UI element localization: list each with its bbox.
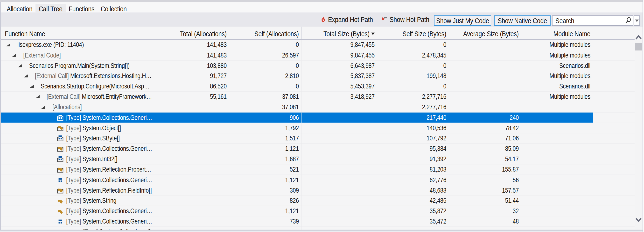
cell-total-allocations[interactable]: [157, 154, 229, 164]
cell-total-size[interactable]: [302, 144, 377, 154]
call-tree-row[interactable]: Scenarios.Program.Main(System.String[])1…: [0, 61, 634, 71]
cell-self-allocations[interactable]: 37,081: [229, 102, 302, 112]
column-header-module-name[interactable]: Module Name: [522, 27, 593, 39]
cell-function-name[interactable]: [Type] System.Collections.Generi…: [0, 175, 157, 185]
cell-average-size[interactable]: 78.42: [449, 123, 522, 133]
cell-average-size[interactable]: [449, 50, 522, 61]
cell-self-size[interactable]: 2,478,345: [377, 50, 449, 61]
cell-total-size[interactable]: 5,453,397: [302, 81, 377, 92]
cell-average-size[interactable]: [449, 40, 522, 50]
scroll-thumb[interactable]: [635, 43, 642, 51]
cell-module-name[interactable]: [522, 112, 593, 123]
cell-function-name[interactable]: [Type] System.Reflection.Propert…: [0, 164, 157, 175]
cell-self-size[interactable]: 0: [377, 81, 449, 92]
scroll-down-arrow-icon[interactable]: [635, 217, 642, 222]
cell-average-size[interactable]: [449, 81, 522, 92]
cell-total-allocations[interactable]: 86,520: [157, 81, 229, 92]
cell-function-name[interactable]: [Type] System.Collections.Generi…: [0, 216, 157, 227]
cell-self-allocations[interactable]: 1,121: [229, 206, 302, 216]
expand-hot-path-button[interactable]: Expand Hot Path: [321, 13, 373, 27]
cell-function-name[interactable]: iisexpress.exe (PID: 11404): [0, 40, 157, 50]
cell-self-allocations[interactable]: 37,081: [229, 92, 302, 102]
cell-total-size[interactable]: 5,837,387: [302, 71, 377, 81]
cell-total-size[interactable]: [302, 185, 377, 195]
cell-self-size[interactable]: 2,277,716: [377, 102, 449, 112]
cell-average-size[interactable]: 157.57: [449, 185, 522, 195]
cell-self-allocations[interactable]: 0: [229, 81, 302, 92]
cell-total-size[interactable]: [302, 112, 377, 123]
cell-total-size[interactable]: 9,847,455: [302, 50, 377, 61]
tab-functions[interactable]: Functions: [66, 4, 98, 13]
call-tree-row[interactable]: [Type] System.Int32[]1,68791,39254.17: [0, 154, 634, 164]
cell-module-name[interactable]: Multiple modules: [522, 92, 593, 102]
cell-self-size[interactable]: 2,277,716: [377, 92, 449, 102]
cell-function-name[interactable]: [Type] System.Collections.Generi…: [0, 112, 157, 123]
cell-function-name[interactable]: [Type] System.Reflection.FieldInfo[]: [0, 185, 157, 195]
tab-call-tree[interactable]: Call Tree: [36, 4, 66, 13]
call-tree-row[interactable]: [Type] System.Reflection.FieldInfo[]3094…: [0, 185, 634, 195]
cell-total-size[interactable]: [302, 206, 377, 216]
cell-average-size[interactable]: [449, 92, 522, 102]
cell-module-name[interactable]: [522, 144, 593, 154]
cell-self-allocations[interactable]: 1,687: [229, 154, 302, 164]
cell-function-name[interactable]: [Type] System.Collections.Generi…: [0, 144, 157, 154]
cell-function-name[interactable]: [Type] System.Int32[]: [0, 154, 157, 164]
cell-self-size[interactable]: 35,872: [377, 206, 449, 216]
cell-average-size[interactable]: [449, 61, 522, 71]
cell-function-name[interactable]: [Type] System.Object[]: [0, 123, 157, 133]
column-header-self-size-bytes-[interactable]: Self Size (Bytes): [377, 27, 449, 39]
cell-module-name[interactable]: [522, 195, 593, 206]
cell-self-allocations[interactable]: 521: [229, 164, 302, 175]
cell-total-size[interactable]: 3,418,927: [302, 92, 377, 102]
cell-self-size[interactable]: 107,792: [377, 133, 449, 144]
cell-self-size[interactable]: 0: [377, 61, 449, 71]
cell-total-size[interactable]: [302, 164, 377, 175]
cell-total-size[interactable]: [302, 227, 377, 230]
cell-total-allocations[interactable]: [157, 123, 229, 133]
cell-average-size[interactable]: 54.17: [449, 154, 522, 164]
cell-self-allocations[interactable]: 826: [229, 195, 302, 206]
call-tree-row[interactable]: [Type] System.Collections.Generi…73935,4…: [0, 216, 634, 227]
cell-total-allocations[interactable]: [157, 195, 229, 206]
expand-triangle-icon[interactable]: [12, 54, 16, 57]
cell-function-name[interactable]: Scenarios.Startup.Configure(Microsoft.As…: [0, 81, 157, 92]
cell-total-allocations[interactable]: [157, 216, 229, 227]
cell-total-allocations[interactable]: 141,483: [157, 50, 229, 61]
cell-average-size[interactable]: 71.06: [449, 133, 522, 144]
cell-total-size[interactable]: [302, 216, 377, 227]
cell-self-allocations[interactable]: 26,597: [229, 50, 302, 61]
cell-self-size[interactable]: 91,392: [377, 154, 449, 164]
cell-average-size[interactable]: [449, 227, 522, 230]
cell-average-size[interactable]: 85.09: [449, 144, 522, 154]
cell-total-allocations[interactable]: 91,727: [157, 71, 229, 81]
cell-self-allocations[interactable]: 0: [229, 40, 302, 50]
call-tree-row[interactable]: [External Call] Microsoft.EntityFramewor…: [0, 92, 634, 102]
cell-function-name[interactable]: [Type] System.String: [0, 195, 157, 206]
cell-total-size[interactable]: [302, 175, 377, 185]
expand-triangle-icon[interactable]: [18, 64, 22, 67]
call-tree-row[interactable]: [External Call] Microsoft.Extensions.Hos…: [0, 71, 634, 81]
expand-triangle-icon[interactable]: [6, 43, 10, 46]
cell-total-size[interactable]: 9,847,455: [302, 40, 377, 50]
cell-self-size[interactable]: 35,472: [377, 216, 449, 227]
expand-triangle-icon[interactable]: [24, 74, 28, 78]
cell-self-allocations[interactable]: 2,810: [229, 71, 302, 81]
cell-module-name[interactable]: [522, 206, 593, 216]
cell-self-allocations[interactable]: 1,121: [229, 175, 302, 185]
call-tree-row-selected[interactable]: [Type] System.Collections.Generi…906217,…: [0, 112, 634, 123]
cell-module-name[interactable]: Multiple modules: [522, 50, 593, 61]
cell-self-allocations[interactable]: 1,792: [229, 123, 302, 133]
cell-average-size[interactable]: 48: [449, 216, 522, 227]
cell-function-name[interactable]: [Type] System.SByte[]: [0, 133, 157, 144]
cell-module-name[interactable]: [522, 227, 593, 230]
expand-triangle-icon[interactable]: [41, 106, 46, 109]
cell-total-allocations[interactable]: [157, 227, 229, 230]
cell-self-size[interactable]: 0: [377, 40, 449, 50]
cell-self-allocations[interactable]: 0: [229, 61, 302, 71]
cell-total-size[interactable]: [302, 102, 377, 112]
scroll-up-arrow-icon[interactable]: [635, 35, 642, 40]
cell-average-size[interactable]: 56: [449, 175, 522, 185]
cell-function-name[interactable]: [Type] System.Collections.Generi…: [0, 206, 157, 216]
cell-total-allocations[interactable]: 55,161: [157, 92, 229, 102]
column-header-function-name[interactable]: Function Name: [0, 27, 157, 39]
